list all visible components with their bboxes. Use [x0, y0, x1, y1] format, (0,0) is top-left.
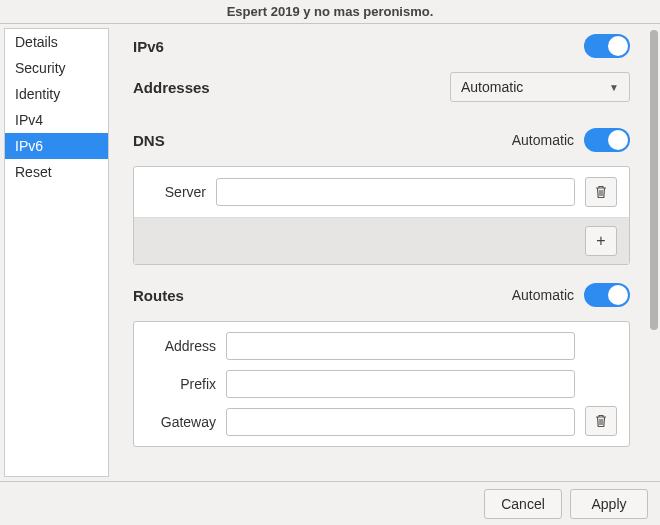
sidebar-item-security[interactable]: Security [5, 55, 108, 81]
dns-server-label: Server [146, 184, 206, 200]
routes-heading: Routes [133, 287, 184, 304]
dns-server-input[interactable] [216, 178, 575, 206]
dns-heading: DNS [133, 132, 165, 149]
dns-delete-button[interactable] [585, 177, 617, 207]
route-prefix-input[interactable] [226, 370, 575, 398]
dialog-body: Details Security Identity IPv4 IPv6 Rese… [0, 24, 660, 481]
cancel-button[interactable]: Cancel [484, 489, 562, 519]
scrollbar[interactable] [648, 24, 660, 481]
addresses-mode-select[interactable]: Automatic ▼ [450, 72, 630, 102]
routes-panel: Address Prefix Gateway [133, 321, 630, 447]
route-delete-button[interactable] [585, 406, 617, 436]
ipv6-heading: IPv6 [133, 38, 164, 55]
route-address-label: Address [146, 338, 216, 354]
dns-add-row: + [134, 218, 629, 264]
ipv6-toggle[interactable] [584, 34, 630, 58]
sidebar-item-details[interactable]: Details [5, 29, 108, 55]
dns-panel: Server + [133, 166, 630, 265]
route-gateway-label: Gateway [146, 414, 216, 430]
apply-button[interactable]: Apply [570, 489, 648, 519]
plus-icon: + [596, 232, 605, 250]
route-address-input[interactable] [226, 332, 575, 360]
sidebar: Details Security Identity IPv4 IPv6 Rese… [4, 28, 109, 477]
trash-icon [594, 185, 608, 199]
routes-auto-toggle[interactable] [584, 283, 630, 307]
dns-auto-toggle[interactable] [584, 128, 630, 152]
routes-auto-label: Automatic [512, 287, 574, 303]
route-gateway-input[interactable] [226, 408, 575, 436]
chevron-down-icon: ▼ [609, 82, 619, 93]
addresses-mode-value: Automatic [461, 79, 523, 95]
sidebar-item-identity[interactable]: Identity [5, 81, 108, 107]
content-wrap: IPv6 Addresses Automatic ▼ DNS Automatic [109, 24, 660, 481]
dialog-footer: Cancel Apply [0, 481, 660, 525]
route-prefix-label: Prefix [146, 376, 216, 392]
addresses-label: Addresses [133, 79, 210, 96]
sidebar-item-ipv4[interactable]: IPv4 [5, 107, 108, 133]
sidebar-item-reset[interactable]: Reset [5, 159, 108, 185]
window-title: Espert 2019 y no mas peronismo. [0, 0, 660, 24]
settings-content: IPv6 Addresses Automatic ▼ DNS Automatic [109, 24, 648, 481]
dns-add-button[interactable]: + [585, 226, 617, 256]
trash-icon [594, 414, 608, 428]
dns-auto-label: Automatic [512, 132, 574, 148]
sidebar-item-ipv6[interactable]: IPv6 [5, 133, 108, 159]
scrollbar-thumb[interactable] [650, 30, 658, 330]
